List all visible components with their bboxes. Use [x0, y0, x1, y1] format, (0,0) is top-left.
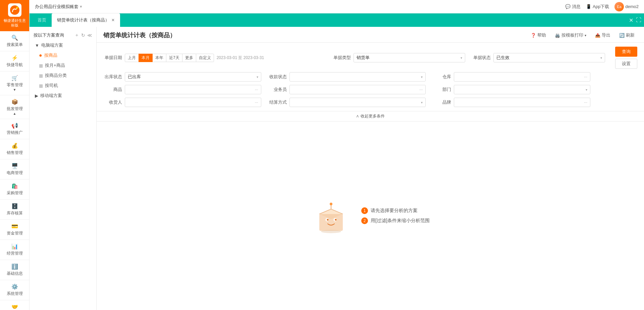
sidebar-item-marketing[interactable]: 📢 营销推广 — [0, 119, 29, 139]
query-button[interactable]: 查询 — [615, 47, 637, 57]
user-action[interactable]: Ea demo2 — [614, 2, 639, 11]
sidebar-item-basicinfo[interactable]: ℹ️ 基础信息 — [0, 260, 29, 280]
tab-home[interactable]: 首页 — [32, 13, 52, 27]
sidebar-item-system[interactable]: ⚙️ 系统管理 — [0, 280, 29, 300]
sidebar-item-quicknav[interactable]: ⚡ 快捷导航 — [0, 51, 29, 71]
sidebar-item-search[interactable]: 🔍 搜索菜单 — [0, 31, 29, 51]
sidebar-item-wholesale[interactable]: 📦 批发管理 ▲ — [0, 95, 29, 119]
print-dropdown-icon: ▾ — [585, 34, 586, 37]
brand-filter-item: 品牌 ··· — [432, 98, 590, 107]
sidebar-logo: 畅捷通好生意 标版 — [0, 0, 29, 31]
tree-item-by-month-product[interactable]: ▦ 按月+商品 — [30, 60, 96, 70]
tab-close-all-icon[interactable]: ✕ — [629, 17, 633, 23]
date-tab-this-month[interactable]: 本月 — [139, 54, 153, 62]
dept-select[interactable]: ▾ — [454, 85, 590, 94]
doc-status-select[interactable]: 已生效 ▾ — [493, 53, 605, 62]
page-title: 销货单统计计表（按商品） — [103, 31, 176, 39]
svg-point-5 — [327, 219, 329, 221]
doc-type-filter-item: 单据类型 销货单 ▾ — [332, 53, 465, 62]
app-selector-label: 办公用品行业模拟账套 — [35, 4, 78, 10]
print-button[interactable]: 🖨️ 按模板打印 ▾ — [552, 31, 589, 40]
tree-section-pc[interactable]: ▼ 电脑端方案 — [30, 40, 96, 50]
export-label: 导出 — [602, 32, 610, 38]
add-scheme-button[interactable]: ＋ — [74, 32, 79, 38]
tree-item-by-product[interactable]: ● 按商品 — [30, 50, 96, 60]
svg-point-0 — [10, 5, 19, 15]
more-options-icon-5: ··· — [584, 100, 587, 105]
left-panel-actions: ＋ ↻ ≪ — [74, 32, 92, 38]
message-action[interactable]: 💬 消息 — [565, 4, 581, 10]
pay-status-select[interactable]: ▾ — [289, 72, 426, 82]
table-icon-3: ▦ — [39, 83, 43, 88]
salesperson-select[interactable]: ··· — [289, 85, 426, 94]
export-button[interactable]: 📤 导出 — [592, 31, 613, 40]
product-select[interactable]: ··· — [125, 85, 261, 94]
tree-item-by-product-cat[interactable]: ▦ 按商品分类 — [30, 70, 96, 81]
tab-sales-stat[interactable]: 销货单统计计表（按商品） ✕ — [52, 13, 120, 27]
app-download-action[interactable]: 📱 App下载 — [586, 4, 609, 10]
doc-type-select[interactable]: 销货单 ▾ — [354, 53, 465, 62]
help-label: 帮助 — [537, 32, 546, 38]
more-options-icon: ··· — [584, 74, 587, 79]
payment-select[interactable]: ▾ — [289, 98, 426, 107]
collapse-bar[interactable]: ∧ 收起更多条件 — [97, 111, 644, 121]
receiver-select[interactable]: ··· — [125, 98, 261, 107]
print-icon: 🖨️ — [555, 33, 560, 38]
retail-icon: 🛒 — [11, 75, 18, 81]
date-label: 单据日期 — [103, 55, 122, 61]
filter-row-2: 出库状态 已出库 ▾ 收款状态 ▾ 仓库 — [103, 72, 637, 82]
sidebar-item-operations[interactable]: 📊 经营管理 — [0, 240, 29, 260]
app-selector[interactable]: 办公用品行业模拟账套 ▾ — [35, 4, 84, 10]
sidebar-item-ecommerce[interactable]: 🖥️ 电商管理 — [0, 159, 29, 179]
refresh-button[interactable]: 🔄 刷新 — [616, 31, 637, 40]
svg-point-9 — [321, 230, 341, 233]
sidebar-item-retail[interactable]: 🛒 零售管理 ▼ — [0, 71, 29, 95]
brand-select[interactable]: ··· — [454, 98, 590, 107]
help-button[interactable]: ❓ 帮助 — [528, 31, 549, 40]
out-status-label: 出库状态 — [103, 74, 122, 80]
tab-close-icon[interactable]: ✕ — [111, 18, 115, 22]
sidebar-item-purchase[interactable]: 🛍️ 采购管理 — [0, 179, 29, 200]
refresh-icon: 🔄 — [619, 33, 625, 38]
tab-expand-icon[interactable]: ⛶ — [636, 17, 641, 23]
user-name: demo2 — [625, 4, 639, 9]
doc-type-label: 单据类型 — [332, 55, 351, 61]
doc-status-label: 单据状态 — [472, 55, 491, 61]
sidebar-item-sales[interactable]: 💰 销售管理 — [0, 139, 29, 159]
date-tab-this-year[interactable]: 本年 — [152, 54, 166, 62]
date-tab-custom[interactable]: 自定义 — [196, 54, 214, 62]
out-status-select[interactable]: 已出库 ▾ — [125, 72, 261, 82]
chevron-down-icon-4: ▾ — [421, 75, 423, 79]
hint-num-2: 2 — [361, 217, 368, 224]
date-tab-7days[interactable]: 近7天 — [166, 54, 182, 62]
finance-icon: 💳 — [11, 223, 18, 229]
svg-point-6 — [335, 219, 337, 221]
chevron-down-icon: ▾ — [80, 4, 82, 9]
filter-actions: 查询 设置 — [615, 47, 637, 69]
by-month-product-label: 按月+商品 — [45, 62, 65, 68]
sidebar-item-enterprise[interactable]: 🤝 企业协同 — [0, 300, 29, 310]
left-panel: 按以下方案查询 ＋ ↻ ≪ ▼ 电脑端方案 ● 按商品 ▦ 按月+商品 — [30, 27, 97, 310]
hint-text-1: 请先选择要分析的方案 — [371, 208, 418, 214]
warehouse-label: 仓库 — [432, 74, 451, 80]
more-options-icon-2: ··· — [255, 87, 258, 92]
warehouse-filter-item: 仓库 ··· — [432, 72, 590, 82]
refresh-scheme-icon[interactable]: ↻ — [81, 33, 85, 38]
tree-item-by-driver[interactable]: ▦ 按司机 — [30, 81, 96, 91]
sidebar-item-finance[interactable]: 💳 资金管理 — [0, 220, 29, 240]
tree-section-mobile[interactable]: ▶ 移动端方案 — [30, 91, 96, 101]
warehouse-select[interactable]: ··· — [454, 72, 590, 82]
more-options-icon-3: ··· — [419, 87, 423, 92]
date-tab-more[interactable]: 更多 — [182, 54, 196, 62]
more-options-icon-4: ··· — [255, 100, 258, 105]
by-product-cat-label: 按商品分类 — [45, 72, 67, 79]
date-tab-last-month[interactable]: 上月 — [125, 54, 139, 62]
purchase-icon: 🛍️ — [11, 183, 18, 189]
hint-text-2: 用[过滤]条件来缩小分析范围 — [371, 218, 430, 224]
marketing-icon: 📢 — [11, 122, 18, 129]
sidebar-item-inventory[interactable]: 🗄️ 库存核算 — [0, 200, 29, 220]
by-driver-label: 按司机 — [45, 83, 58, 89]
collapse-panel-icon[interactable]: ≪ — [87, 33, 92, 38]
settings-button[interactable]: 设置 — [615, 59, 637, 69]
message-icon: 💬 — [565, 4, 571, 9]
